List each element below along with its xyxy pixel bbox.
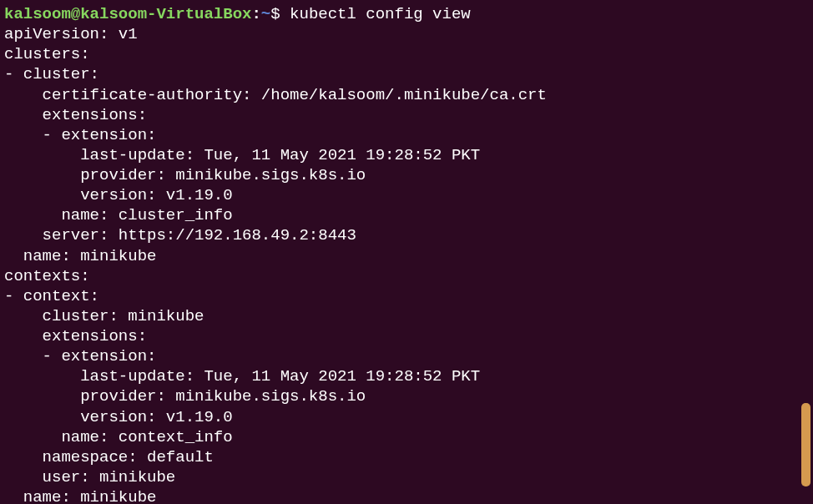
output-line: - extension: bbox=[4, 125, 809, 145]
output-line: certificate-authority: /home/kalsoom/.mi… bbox=[4, 85, 809, 105]
output-line: cluster: minikube bbox=[4, 306, 809, 326]
output-line: last-update: Tue, 11 May 2021 19:28:52 P… bbox=[4, 366, 809, 386]
output-line: - cluster: bbox=[4, 64, 809, 84]
output-line: - extension: bbox=[4, 346, 809, 366]
prompt-path: ~ bbox=[261, 5, 270, 23]
output-line: name: context_info bbox=[4, 427, 809, 447]
output-line: extensions: bbox=[4, 105, 809, 125]
prompt-dollar: $ bbox=[270, 5, 280, 23]
output-line: clusters: bbox=[4, 44, 809, 64]
output-line: extensions: bbox=[4, 326, 809, 346]
output-line: version: v1.19.0 bbox=[4, 185, 809, 205]
output-line: user: minikube bbox=[4, 467, 809, 487]
scrollbar-thumb[interactable] bbox=[801, 403, 810, 486]
prompt-user-host: kalsoom@kalsoom-VirtualBox bbox=[4, 5, 251, 23]
output-line: - context: bbox=[4, 286, 809, 306]
output-line: last-update: Tue, 11 May 2021 19:28:52 P… bbox=[4, 145, 809, 165]
prompt-separator: : bbox=[251, 5, 260, 23]
output-line: contexts: bbox=[4, 266, 809, 286]
output-line: namespace: default bbox=[4, 447, 809, 467]
output-line: name: minikube bbox=[4, 246, 809, 266]
output-line: provider: minikube.sigs.k8s.io bbox=[4, 386, 809, 406]
output-line: provider: minikube.sigs.k8s.io bbox=[4, 165, 809, 185]
command-input[interactable]: kubectl config view bbox=[280, 5, 471, 23]
prompt-line[interactable]: kalsoom@kalsoom-VirtualBox:~$ kubectl co… bbox=[4, 4, 809, 24]
output-line: apiVersion: v1 bbox=[4, 24, 809, 44]
output-line: server: https://192.168.49.2:8443 bbox=[4, 225, 809, 245]
output-line: name: minikube bbox=[4, 487, 809, 504]
output-line: version: v1.19.0 bbox=[4, 407, 809, 427]
output-line: name: cluster_info bbox=[4, 205, 809, 225]
